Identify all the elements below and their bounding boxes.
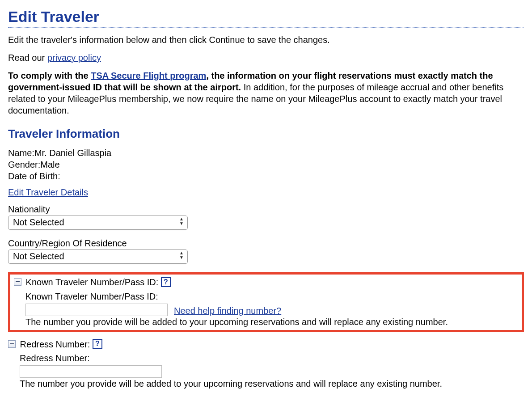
tsa-secure-flight-link[interactable]: TSA Secure Flight program	[91, 71, 206, 80]
country-value: Not Selected	[13, 251, 64, 262]
select-arrows-icon: ▲▼	[179, 217, 184, 226]
intro-text: Edit the traveler's information below an…	[8, 34, 524, 46]
privacy-policy-link[interactable]: privacy policy	[47, 53, 101, 63]
read-our-label: Read our	[8, 53, 47, 63]
ktn-input[interactable]	[25, 304, 168, 316]
traveler-information-heading: Traveler Information	[8, 127, 524, 141]
compliance-text: To comply with the TSA Secure Flight pro…	[8, 70, 524, 116]
redress-note: The number you provide will be added to …	[20, 379, 524, 389]
page-title: Edit Traveler	[8, 8, 524, 28]
ktn-help-link[interactable]: Need help finding number?	[174, 306, 281, 316]
edit-traveler-details-link[interactable]: Edit Traveler Details	[8, 187, 88, 197]
redress-field-label: Redress Number:	[20, 353, 524, 363]
nationality-value: Not Selected	[13, 217, 64, 228]
country-label: Country/Region Of Residence	[8, 238, 524, 249]
ktn-section-header: Known Traveler Number/Pass ID:	[26, 277, 159, 287]
gender-value: Male	[40, 160, 59, 169]
privacy-line: Read our privacy policy	[8, 52, 524, 63]
redress-input[interactable]	[20, 365, 162, 378]
select-arrows-icon: ▲▼	[179, 251, 184, 260]
gender-label: Gender:	[8, 160, 40, 169]
nationality-label: Nationality	[8, 204, 524, 215]
compliance-bold-prefix: To comply with the	[8, 71, 91, 80]
help-icon[interactable]: ?	[93, 339, 102, 349]
minus-icon[interactable]	[14, 278, 21, 286]
country-select[interactable]: Not Selected ▲▼	[8, 249, 188, 264]
dob-label: Date of Birth:	[8, 171, 60, 181]
ktn-section-highlight: Known Traveler Number/Pass ID: ? Known T…	[8, 272, 524, 332]
name-value: Mr. Daniel Gillaspia	[34, 148, 111, 158]
name-label: Name:	[8, 148, 34, 158]
traveler-summary: Name:Mr. Daniel Gillaspia Gender:Male Da…	[8, 147, 524, 182]
nationality-select[interactable]: Not Selected ▲▼	[8, 216, 188, 230]
ktn-field-label: Known Traveler Number/Pass ID:	[25, 292, 518, 302]
help-icon[interactable]: ?	[161, 277, 171, 287]
ktn-note: The number you provide will be added to …	[25, 317, 518, 327]
minus-icon[interactable]	[8, 340, 16, 348]
redress-section-header: Redress Number:	[20, 339, 90, 349]
